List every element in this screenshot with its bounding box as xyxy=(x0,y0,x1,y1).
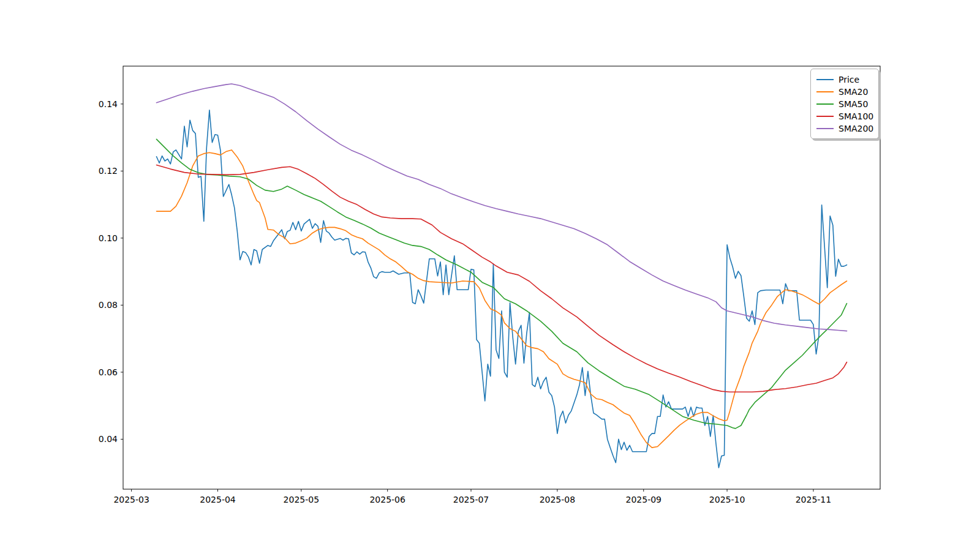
y-tick-label: 0.08 xyxy=(99,300,118,310)
legend-label-sma20: SMA20 xyxy=(839,86,868,98)
x-tick-label: 2025-07 xyxy=(453,495,489,504)
legend-swatch-sma200 xyxy=(816,128,834,129)
series-line-sma50 xyxy=(157,139,847,429)
y-tick-label: 0.06 xyxy=(99,367,118,377)
legend: Price SMA20 SMA50 SMA100 SMA200 xyxy=(810,69,879,139)
legend-swatch-sma20 xyxy=(816,91,834,92)
price-sma-chart-figure: 2025-032025-042025-052025-062025-072025-… xyxy=(0,0,980,551)
legend-label-sma100: SMA100 xyxy=(839,110,873,122)
legend-label-sma50: SMA50 xyxy=(839,98,868,110)
x-tick-label: 2025-08 xyxy=(540,495,576,504)
x-tick-label: 2025-11 xyxy=(796,495,832,504)
x-tick-label: 2025-06 xyxy=(369,495,405,504)
legend-swatch-sma100 xyxy=(816,116,834,117)
plot-frame xyxy=(123,66,880,489)
y-tick-label: 0.14 xyxy=(99,99,118,109)
legend-label-sma200: SMA200 xyxy=(839,122,873,135)
x-tick-label: 2025-03 xyxy=(113,495,149,504)
y-tick-label: 0.04 xyxy=(99,434,118,444)
legend-item-sma50: SMA50 xyxy=(816,98,873,110)
legend-item-sma200: SMA200 xyxy=(816,122,873,135)
legend-swatch-sma50 xyxy=(816,103,834,105)
y-tick-label: 0.12 xyxy=(99,166,118,176)
series-line-price xyxy=(157,110,847,468)
series-line-sma100 xyxy=(157,165,847,392)
legend-item-price: Price xyxy=(816,73,873,86)
x-tick-label: 2025-09 xyxy=(626,495,662,504)
legend-swatch-price xyxy=(816,79,834,80)
x-tick-label: 2025-05 xyxy=(284,495,320,504)
legend-item-sma20: SMA20 xyxy=(816,86,873,98)
x-tick-label: 2025-04 xyxy=(200,495,236,504)
legend-item-sma100: SMA100 xyxy=(816,110,873,122)
y-tick-label: 0.10 xyxy=(99,233,118,243)
series-line-sma20 xyxy=(157,150,847,448)
x-tick-label: 2025-10 xyxy=(709,495,745,504)
legend-label-price: Price xyxy=(839,73,859,86)
